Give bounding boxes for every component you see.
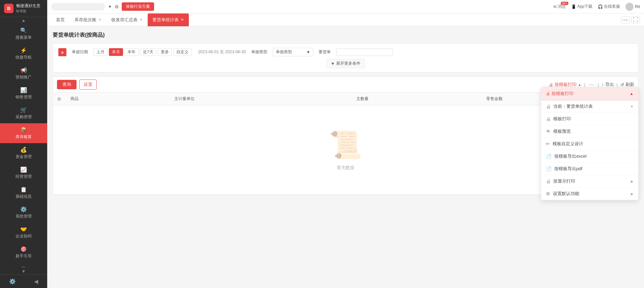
print-dropdown-title-area: 🖨 按模板打印 (546, 91, 574, 97)
date-btn-this-year[interactable]: 本年 (124, 48, 139, 56)
online-support-link[interactable]: 🎧 在线客服 (598, 4, 620, 9)
tab-home-label: 首页 (56, 17, 65, 23)
tab-receipt-summary-label: 收发存汇总表 (111, 17, 138, 23)
app-download-link[interactable]: 📱 App下载 (571, 4, 592, 9)
date-btn-last-month[interactable]: 上月 (93, 48, 108, 56)
settings-icon[interactable]: ⚙️ (9, 278, 16, 285)
logo-icon: B (4, 4, 13, 13)
print-export-pdf-item[interactable]: 📄 按模板导出pdf (541, 163, 638, 175)
goods-input[interactable] (336, 49, 393, 56)
page-title: 要货单统计表(按商品) (53, 32, 639, 39)
display-print-item-left: 🖨 按显示打印 (546, 178, 575, 184)
template-preview-label: 模板预览 (553, 128, 571, 134)
sidebar-item-sales[interactable]: 📊 销售管理 (0, 84, 47, 103)
filter-row-1: » 单据日期 上月 本月 本年 近7天 更多 自定义 2023-06-01 至 … (58, 48, 633, 56)
print-dropdown-title: 按模板打印 (552, 91, 574, 96)
sidebar-label-basic: 基础信息 (16, 194, 32, 199)
tab-requisition-stats[interactable]: 要货单统计表 ✕ (148, 13, 189, 26)
sidebar-label-operations: 经营管理 (16, 174, 32, 180)
set-default-item-left: ⚙ 设置默认功能 (546, 191, 579, 197)
collapse-icon[interactable]: ◀ (34, 278, 38, 285)
date-btn-7days[interactable]: 近7天 (140, 48, 156, 56)
tabs-bar: 首页 库存批次账 ✕ 收发存汇总表 ✕ 要货单统计表 ✕ — ⛶ (47, 13, 644, 26)
sidebar-nav: 🔍 搜索菜单 ⚡ 快捷导航 📢 营销推广 📊 销售管理 🛒 采购管理 📦 库存核… (0, 24, 47, 268)
set-default-label: 设置默认功能 (553, 191, 579, 197)
filter-expand-toggle[interactable]: » (58, 48, 66, 56)
tab-home[interactable]: 首页 (51, 13, 70, 26)
sidebar-item-purchase[interactable]: 🛒 采购管理 (0, 103, 47, 123)
tab-receipt-summary[interactable]: 收发存汇总表 ✕ (107, 13, 148, 26)
finance-icon: 💰 (20, 147, 27, 153)
col-goods: 商品 (66, 93, 170, 105)
template-print-arrow-up: ▲ (578, 83, 581, 87)
divider-1: | (584, 82, 585, 87)
sidebar-scroll-up[interactable]: ▲ (0, 17, 47, 24)
type-select-arrow: ▼ (306, 50, 310, 55)
user-avatar-area[interactable]: Rit (625, 3, 640, 11)
print-dropdown-collapse[interactable]: ▲ (630, 91, 634, 96)
setting-button[interactable]: 设置 (79, 79, 97, 90)
purchase-icon: 🛒 (20, 107, 27, 113)
sidebar-item-inventory[interactable]: 📦 库存核算 (0, 123, 47, 143)
sidebar-item-app-center[interactable]: 📱 应用中心 (0, 262, 47, 268)
print-template-print-item[interactable]: 🖨 模板打印 (541, 113, 638, 125)
sidebar-item-cooperation[interactable]: 🤝 企业协同 (0, 223, 47, 243)
type-filter-label: 单据类型 (251, 49, 267, 55)
query-button[interactable]: 查询 (57, 80, 77, 89)
system-icon: ⚙️ (20, 206, 27, 213)
expand-more-btn[interactable]: ▼ 展开更多条件 (326, 59, 365, 68)
message-notification[interactable]: ✉ 消息 99+ (553, 4, 566, 9)
date-btn-this-month[interactable]: 本月 (109, 48, 123, 56)
topbar-left: ▼ ⚙ 体验行业方案 (51, 2, 154, 11)
set-default-icon: ⚙ (546, 191, 550, 196)
sidebar-item-guide[interactable]: 🎯 新手引导 (0, 243, 47, 262)
tab-inventory-batch[interactable]: 库存批次账 ✕ (70, 13, 107, 26)
print-current-item[interactable]: 🖨 当前：要货单统计表 ▼ (541, 100, 638, 113)
printer-icon: 🖨 (549, 82, 553, 87)
topbar-gear-icon[interactable]: ⚙ (115, 4, 119, 9)
tab-inventory-batch-close[interactable]: ✕ (98, 18, 101, 22)
trial-button[interactable]: 体验行业方案 (122, 2, 154, 11)
sidebar-scroll-down[interactable]: ▼ (0, 268, 47, 275)
tab-receipt-summary-close[interactable]: ✕ (140, 18, 143, 22)
sidebar-item-basic[interactable]: 📋 基础信息 (0, 183, 47, 203)
sidebar-item-search[interactable]: 🔍 搜索菜单 (0, 24, 47, 44)
sidebar-item-operations[interactable]: 📈 经营管理 (0, 163, 47, 183)
print-template-preview-item[interactable]: 👁 模板预览 (541, 125, 638, 138)
tab-requisition-stats-close[interactable]: ✕ (181, 18, 184, 22)
tab-maximize-button[interactable]: ⛶ (631, 16, 640, 24)
search-input[interactable] (51, 3, 105, 10)
date-btn-custom[interactable]: 自定义 (173, 48, 192, 56)
print-dropdown-header: 🖨 按模板打印 ▲ (541, 87, 638, 100)
basic-icon: 📋 (20, 186, 27, 193)
logo-text-block: 畅捷通好生意 标准版 (16, 3, 40, 13)
export-pdf-label: 按模板导出pdf (554, 166, 582, 172)
set-default-chevron: ▶ (631, 192, 634, 196)
print-template-custom-item[interactable]: ✏ 模板自定义设计 (541, 138, 638, 150)
refresh-icon: ↺ (620, 82, 624, 87)
empty-text: 暂无数据 (337, 165, 354, 171)
print-export-excel-item[interactable]: 📄 按模板导出excel (541, 150, 638, 163)
date-btn-more[interactable]: 更多 (158, 48, 172, 56)
sidebar-label-purchase: 采购管理 (16, 114, 32, 120)
sidebar-item-marketing[interactable]: 📢 营销推广 (0, 64, 47, 84)
type-select-value: 单据类型 (276, 49, 292, 55)
tab-minimize-button[interactable]: — (621, 16, 630, 24)
template-print-item-icon: 🖨 (546, 116, 551, 122)
display-print-chevron: ▶ (631, 180, 634, 183)
nav-dropdown-icon[interactable]: ▼ (108, 4, 112, 9)
sidebar-item-finance[interactable]: 💰 资金管理 (0, 143, 47, 163)
marketing-icon: 📢 (20, 67, 27, 73)
app-download-label: App下载 (577, 4, 592, 9)
divider-3: | (617, 82, 618, 87)
type-select[interactable]: 单据类型 ▼ (273, 48, 313, 56)
print-display-print-item[interactable]: 🖨 按显示打印 ▶ (541, 175, 638, 188)
display-print-icon: 🖨 (546, 179, 551, 184)
export-pdf-icon: 📄 (546, 166, 552, 171)
date-buttons: 上月 本月 本年 近7天 更多 自定义 (93, 48, 192, 56)
template-preview-item-left: 👁 模板预览 (546, 128, 571, 134)
print-set-default-item[interactable]: ⚙ 设置默认功能 ▶ (541, 188, 638, 200)
sidebar-item-system[interactable]: ⚙️ 系统管理 (0, 203, 47, 223)
col-settings-icon[interactable]: ⚙ (57, 96, 61, 102)
sidebar-item-quick-nav[interactable]: ⚡ 快捷导航 (0, 44, 47, 64)
